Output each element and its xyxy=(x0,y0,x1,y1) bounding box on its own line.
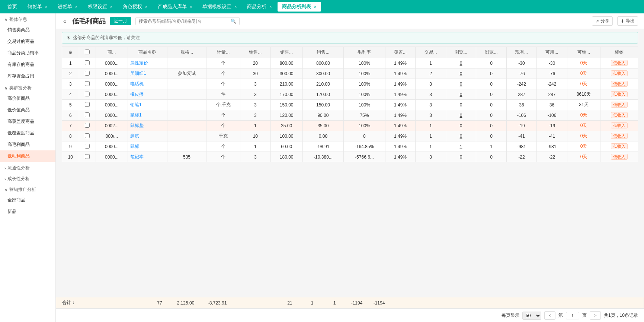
col-profit-pct[interactable]: 毛利率 xyxy=(344,47,385,58)
row-browse1[interactable]: 0 xyxy=(446,131,476,141)
col-stock-now[interactable]: 现有... xyxy=(506,47,536,58)
col-browse2[interactable]: 浏览... xyxy=(476,47,506,58)
row-select-checkbox[interactable] xyxy=(85,60,90,65)
row-checkbox[interactable] xyxy=(79,68,96,79)
sidebar-item-high-value[interactable]: 高价值商品 xyxy=(0,93,55,104)
sidebar-item-low-value[interactable]: 低价值商品 xyxy=(0,104,55,116)
row-name[interactable]: 铅笔1 xyxy=(128,100,167,110)
browse1-link[interactable]: 0 xyxy=(460,134,462,139)
row-name[interactable]: 吴细细1 xyxy=(128,68,167,79)
col-browse1[interactable]: 浏览... xyxy=(446,47,476,58)
col-sales-price[interactable]: 销售... xyxy=(270,47,302,58)
close-icon[interactable]: × xyxy=(234,4,237,9)
row-checkbox[interactable] xyxy=(79,141,96,152)
sidebar-item-with-stock[interactable]: 有库存的商品 xyxy=(0,59,55,70)
row-name[interactable]: 鼠标1 xyxy=(128,110,167,121)
sidebar-toggle[interactable]: « xyxy=(62,17,68,26)
browse1-link[interactable]: 0 xyxy=(460,154,462,160)
row-name[interactable]: 鼠标 xyxy=(128,141,167,152)
nav-analysis-list[interactable]: 商品分析列表 × xyxy=(278,2,321,12)
browse1-link[interactable]: 0 xyxy=(460,71,462,76)
close-icon[interactable]: × xyxy=(75,4,77,9)
row-checkbox[interactable] xyxy=(79,79,96,89)
row-name[interactable]: 鼠标垫 xyxy=(128,121,167,131)
sidebar-item-sales-products[interactable]: 销售类商品 xyxy=(0,24,55,36)
sidebar-group-growth[interactable]: › 成长性分析 xyxy=(0,173,55,184)
row-browse1[interactable]: 0 xyxy=(446,152,476,162)
row-name[interactable]: 笔记本 xyxy=(128,152,167,162)
row-select-checkbox[interactable] xyxy=(85,92,90,96)
sidebar-item-all-products[interactable]: 全部商品 xyxy=(0,194,55,206)
sidebar-group-cluster[interactable]: ∨ 类群富分析 xyxy=(0,82,55,93)
sidebar-group-marketing[interactable]: ∨ 营销推广分析 xyxy=(0,184,55,194)
sidebar-group-circulation[interactable]: › 流通性分析 xyxy=(0,162,55,173)
browse1-link[interactable]: 0 xyxy=(460,61,462,66)
row-checkbox[interactable] xyxy=(79,152,96,162)
row-browse1[interactable]: 1 xyxy=(446,141,476,152)
nav-purchase[interactable]: 进货单 × xyxy=(53,2,82,12)
close-icon[interactable]: × xyxy=(314,4,316,9)
row-select-checkbox[interactable] xyxy=(85,133,90,138)
prev-page-button[interactable]: ＜ xyxy=(544,311,555,320)
nav-home[interactable]: 首页 xyxy=(3,2,22,12)
next-page-button[interactable]: ＞ xyxy=(590,311,601,320)
nav-product-analysis[interactable]: 商品分析 × xyxy=(243,2,276,12)
close-icon[interactable]: × xyxy=(45,4,47,9)
col-tag[interactable]: 标签 xyxy=(600,47,638,58)
col-code[interactable]: 商... xyxy=(96,47,128,58)
col-coverage[interactable]: 覆盖... xyxy=(385,47,416,58)
row-name[interactable]: 橡皮擦 xyxy=(128,89,167,100)
row-name[interactable]: 测试 xyxy=(128,131,167,141)
col-days[interactable]: 可销... xyxy=(567,47,600,58)
sidebar-item-new-products[interactable]: 新品 xyxy=(0,206,55,217)
search-icon[interactable]: 🔍 xyxy=(231,19,236,24)
row-browse1[interactable]: 0 xyxy=(446,121,476,131)
col-name[interactable]: 商品名称 xyxy=(128,47,167,58)
row-name[interactable]: 电话机 xyxy=(128,79,167,89)
col-unit[interactable]: 计量... xyxy=(206,47,240,58)
close-icon[interactable]: × xyxy=(145,4,147,9)
select-all-checkbox[interactable] xyxy=(85,50,90,54)
row-select-checkbox[interactable] xyxy=(85,123,90,128)
row-checkbox[interactable] xyxy=(79,131,96,141)
close-icon[interactable]: × xyxy=(110,4,112,9)
row-browse1[interactable]: 0 xyxy=(446,68,476,79)
row-select-checkbox[interactable] xyxy=(85,81,90,86)
sidebar-item-stock-capital[interactable]: 库存资金占用 xyxy=(0,70,55,82)
sidebar-item-low-coverage[interactable]: 低覆盖度商品 xyxy=(0,127,55,139)
browse1-link[interactable]: 0 xyxy=(460,82,462,87)
search-input[interactable] xyxy=(139,19,231,24)
row-checkbox[interactable] xyxy=(79,100,96,110)
row-browse1[interactable]: 0 xyxy=(446,89,476,100)
col-trade[interactable]: 交易... xyxy=(416,47,446,58)
row-browse1[interactable]: 0 xyxy=(446,58,476,68)
date-filter-button[interactable]: 近一月 xyxy=(110,17,131,25)
row-checkbox[interactable] xyxy=(79,58,96,68)
sidebar-group-overall[interactable]: ∨ 整体信息 xyxy=(0,13,55,24)
nav-role-auth[interactable]: 角色授权 × xyxy=(118,2,152,12)
sidebar-item-traded-products[interactable]: 交易过的商品 xyxy=(0,36,55,47)
sidebar-item-high-profit[interactable]: 高毛利商品 xyxy=(0,139,55,150)
col-stock-avail[interactable]: 可用... xyxy=(537,47,567,58)
page-number-input[interactable] xyxy=(566,312,579,319)
row-select-checkbox[interactable] xyxy=(85,71,90,76)
row-name[interactable]: 属性定价 xyxy=(128,58,167,68)
nav-product-instock[interactable]: 产成品入库单 × xyxy=(153,2,196,12)
row-checkbox[interactable] xyxy=(79,110,96,121)
row-select-checkbox[interactable] xyxy=(85,154,90,159)
browse1-link[interactable]: 0 xyxy=(460,92,462,97)
row-checkbox[interactable] xyxy=(79,121,96,131)
sidebar-item-category-rate[interactable]: 商品分类助销率 xyxy=(0,47,55,59)
row-select-checkbox[interactable] xyxy=(85,102,90,107)
col-spec[interactable]: 规格... xyxy=(167,47,206,58)
nav-template-settings[interactable]: 单据模板设置 × xyxy=(198,2,241,12)
row-select-checkbox[interactable] xyxy=(85,144,90,149)
close-icon[interactable]: × xyxy=(190,4,192,9)
close-icon[interactable]: × xyxy=(269,4,272,9)
sidebar-item-high-coverage[interactable]: 高覆盖度商品 xyxy=(0,116,55,127)
row-browse1[interactable]: 0 xyxy=(446,100,476,110)
row-browse1[interactable]: 0 xyxy=(446,79,476,89)
browse1-link[interactable]: 0 xyxy=(460,113,462,118)
col-checkbox[interactable] xyxy=(79,47,96,58)
per-page-select[interactable]: 50 100 200 xyxy=(522,312,541,320)
